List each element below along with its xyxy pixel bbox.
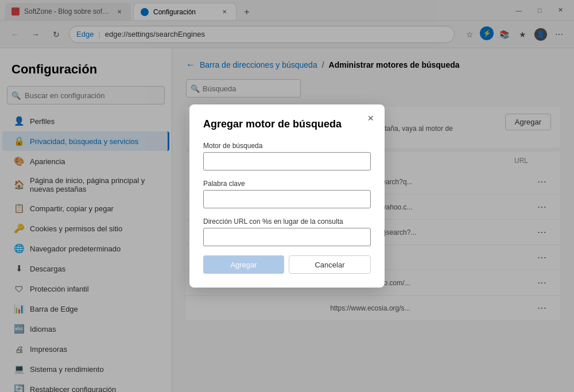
dialog-overlay: Agregar motor de búsqueda ✕ Motor de bús… (0, 0, 574, 392)
dialog-title: Agregar motor de búsqueda (203, 118, 371, 130)
url-input[interactable] (203, 228, 371, 246)
dialog-close-button[interactable]: ✕ (364, 111, 378, 125)
keyword-input[interactable] (203, 190, 371, 208)
dialog-add-button[interactable]: Agregar (203, 255, 284, 274)
motor-input[interactable] (203, 152, 371, 170)
add-search-engine-dialog: Agregar motor de búsqueda ✕ Motor de bús… (189, 104, 385, 288)
dialog-cancel-button[interactable]: Cancelar (289, 255, 371, 274)
url-field-group: Dirección URL con %s en lugar de la cons… (203, 218, 371, 246)
keyword-field-group: Palabra clave (203, 180, 371, 208)
browser-frame: SoftZone - Blog sobre software... ✕ Conf… (0, 0, 574, 392)
dialog-actions: Agregar Cancelar (203, 255, 371, 274)
motor-label: Motor de búsqueda (203, 142, 371, 150)
url-label: Dirección URL con %s en lugar de la cons… (203, 218, 371, 226)
keyword-label: Palabra clave (203, 180, 371, 188)
motor-field-group: Motor de búsqueda (203, 142, 371, 170)
